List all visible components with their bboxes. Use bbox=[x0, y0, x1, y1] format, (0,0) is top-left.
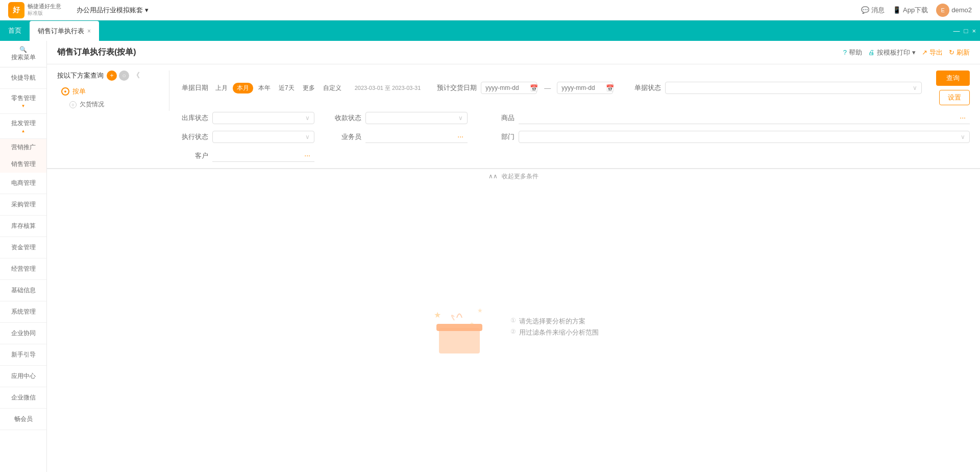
scheme-collapse-button[interactable]: 《 bbox=[131, 70, 141, 81]
sidebar-item-inventory[interactable]: 库存核算 bbox=[0, 216, 46, 237]
goods-dots-icon[interactable]: ··· bbox=[960, 113, 966, 122]
search-icon: 🔍 bbox=[19, 46, 27, 53]
salesman-dots-icon[interactable]: ··· bbox=[457, 132, 463, 140]
customer-group: 客户 ··· bbox=[178, 149, 314, 162]
sidebar-item-quick-nav[interactable]: 快捷导航 bbox=[0, 67, 46, 89]
print-button[interactable]: 🖨 按模板打印 ▾ bbox=[868, 48, 916, 57]
sidebar-item-sales-mgmt[interactable]: 销售管理 bbox=[0, 156, 46, 173]
date-this-year[interactable]: 本年 bbox=[255, 83, 274, 93]
empty-content: ★ ★ ★ ① 请先选择要分析的方案 ② bbox=[429, 297, 599, 359]
wechat-label: 企业微信 bbox=[11, 394, 36, 401]
date-custom[interactable]: 自定义 bbox=[320, 83, 345, 93]
page-actions: ? 帮助 🖨 按模板打印 ▾ ↗ 导出 ↻ 刷新 bbox=[843, 48, 970, 57]
export-label: 导出 bbox=[929, 48, 943, 57]
sidebar-item-basic[interactable]: 基础信息 bbox=[0, 280, 46, 301]
tab-home[interactable]: 首页 bbox=[0, 20, 30, 41]
window-restore-icon[interactable]: □ bbox=[964, 27, 968, 35]
export-button[interactable]: ↗ 导出 bbox=[922, 48, 943, 57]
sidebar-item-enterprise[interactable]: 企业协同 bbox=[0, 323, 46, 344]
sidebar-item-retail[interactable]: 零售管理 ▼ bbox=[0, 89, 46, 114]
goods-input[interactable]: ··· bbox=[519, 111, 970, 124]
scheme-item-by-order[interactable]: ● 按单 bbox=[57, 85, 163, 98]
refresh-button[interactable]: ↻ 刷新 bbox=[949, 48, 970, 57]
scheme-label: 按以下方案查询 bbox=[57, 71, 104, 80]
tab-close-icon[interactable]: × bbox=[87, 28, 91, 35]
sidebar-item-purchase[interactable]: 采购管理 bbox=[0, 194, 46, 216]
date-7days[interactable]: 近7天 bbox=[276, 83, 298, 93]
exec-group: 执行状态 ∨ bbox=[178, 131, 314, 143]
hint-text-2: 用过滤条件来缩小分析范围 bbox=[519, 328, 599, 337]
sidebar-item-system[interactable]: 系统管理 bbox=[0, 301, 46, 323]
date-shortcuts: 上月 本月 本年 近7天 更多 自定义 bbox=[212, 83, 345, 93]
filter-main-row: 按以下方案查询 + ○ 《 bbox=[57, 70, 970, 162]
sales-mgmt-label: 销售管理 bbox=[11, 160, 36, 168]
goods-group: 商品 ··· bbox=[484, 111, 970, 124]
date-more[interactable]: 更多 bbox=[300, 83, 318, 93]
scheme-add-button[interactable]: + bbox=[107, 70, 117, 81]
exec-select[interactable]: ∨ bbox=[212, 131, 314, 143]
nav-right-icons: — □ × bbox=[953, 27, 980, 35]
payment-arrow-icon: ∨ bbox=[458, 114, 463, 122]
date-range-text: 2023-03-01 至 2023-03-31 bbox=[355, 84, 421, 92]
customer-input[interactable]: ··· bbox=[212, 149, 314, 162]
help-button[interactable]: ? 帮助 bbox=[843, 48, 862, 57]
set-button[interactable]: 设置 bbox=[939, 90, 970, 105]
sidebar-item-marketing[interactable]: 营销推广 bbox=[0, 139, 46, 156]
delivery-select[interactable]: ∨ bbox=[212, 112, 314, 124]
date-this-month[interactable]: 本月 bbox=[233, 83, 253, 93]
status-arrow-icon: ∨ bbox=[913, 84, 917, 91]
filter-actions: 查询 设置 bbox=[936, 70, 970, 105]
main-layout: 🔍 搜索菜单 快捷导航 零售管理 ▼ 批发管理 ▲ 营销推广 销售管理 电商管理 bbox=[0, 41, 980, 472]
sidebar-item-appstore[interactable]: 应用中心 bbox=[0, 366, 46, 387]
app-selector[interactable]: 办公用品行业模拟账套 ▾ bbox=[77, 6, 149, 15]
collapse-row[interactable]: ∧∧ 收起更多条件 bbox=[47, 169, 980, 184]
system-label: 系统管理 bbox=[11, 308, 36, 315]
exec-arrow-icon: ∨ bbox=[305, 133, 310, 140]
logo-icon: 好 bbox=[8, 2, 24, 18]
app-download-button[interactable]: 📱 App下载 bbox=[893, 6, 928, 15]
dept-select[interactable]: ∨ bbox=[519, 131, 970, 143]
sidebar-item-finance[interactable]: 资金管理 bbox=[0, 237, 46, 258]
empty-state: ★ ★ ★ ① 请先选择要分析的方案 ② bbox=[47, 184, 980, 472]
logo-area: 好 畅捷通好生意 标准版 bbox=[8, 2, 61, 18]
dept-label: 部门 bbox=[484, 132, 514, 141]
expected-date-end[interactable] bbox=[557, 82, 613, 94]
date-prev-month[interactable]: 上月 bbox=[212, 83, 231, 93]
salesman-input[interactable]: ··· bbox=[365, 130, 468, 143]
sidebar-item-ecommerce[interactable]: 电商管理 bbox=[0, 173, 46, 194]
appstore-label: 应用中心 bbox=[11, 372, 36, 380]
query-button[interactable]: 查询 bbox=[936, 70, 970, 86]
expected-date-start[interactable] bbox=[481, 82, 537, 94]
scheme-actions: + ○ 《 bbox=[107, 70, 141, 81]
empty-svg: ★ ★ ★ bbox=[429, 297, 490, 359]
sidebar-search[interactable]: 🔍 搜索菜单 bbox=[0, 41, 46, 67]
customer-dots-icon[interactable]: ··· bbox=[304, 151, 310, 159]
status-select[interactable]: ∨ bbox=[665, 82, 922, 94]
user-profile[interactable]: E demo2 bbox=[936, 4, 972, 17]
empty-hint-2: ② 用过滤条件来缩小分析范围 bbox=[510, 328, 599, 337]
scheme-item-shortage[interactable]: ○ 欠货情况 bbox=[57, 98, 163, 111]
filter-row-1: 单据日期 上月 本月 本年 近7天 更多 自定义 2023-03-01 至 20… bbox=[178, 70, 970, 105]
message-icon: 💬 bbox=[861, 6, 869, 14]
edit-icon: ○ bbox=[122, 72, 126, 79]
window-minimize-icon[interactable]: — bbox=[953, 27, 960, 35]
sidebar-item-operations[interactable]: 经营管理 bbox=[0, 258, 46, 280]
scheme-edit-button[interactable]: ○ bbox=[119, 70, 129, 81]
tab-sales-order[interactable]: 销售订单执行表 × bbox=[30, 21, 99, 41]
sidebar-item-member[interactable]: 畅会员 bbox=[0, 409, 46, 430]
filter-row-4: 客户 ··· bbox=[178, 149, 970, 162]
expected-date-group: 预计交货日期 📅 — 📅 bbox=[437, 82, 614, 94]
sidebar-item-wechat[interactable]: 企业微信 bbox=[0, 387, 46, 409]
message-button[interactable]: 💬 消息 bbox=[861, 6, 885, 15]
delivery-label: 出库状态 bbox=[178, 113, 208, 123]
help-icon: ? bbox=[843, 49, 847, 56]
collapse-icon: 《 bbox=[133, 71, 140, 80]
window-close-icon[interactable]: × bbox=[972, 27, 976, 35]
topbar: 好 畅捷通好生意 标准版 办公用品行业模拟账套 ▾ 💬 消息 📱 App下载 E… bbox=[0, 0, 980, 20]
payment-label: 收款状态 bbox=[331, 113, 361, 123]
hint-text-1: 请先选择要分析的方案 bbox=[519, 317, 585, 326]
sidebar-item-wholesale[interactable]: 批发管理 ▲ bbox=[0, 114, 46, 139]
payment-select[interactable]: ∨ bbox=[365, 112, 468, 124]
sidebar-item-tutorial[interactable]: 新手引导 bbox=[0, 344, 46, 366]
delivery-arrow-icon: ∨ bbox=[305, 114, 310, 122]
